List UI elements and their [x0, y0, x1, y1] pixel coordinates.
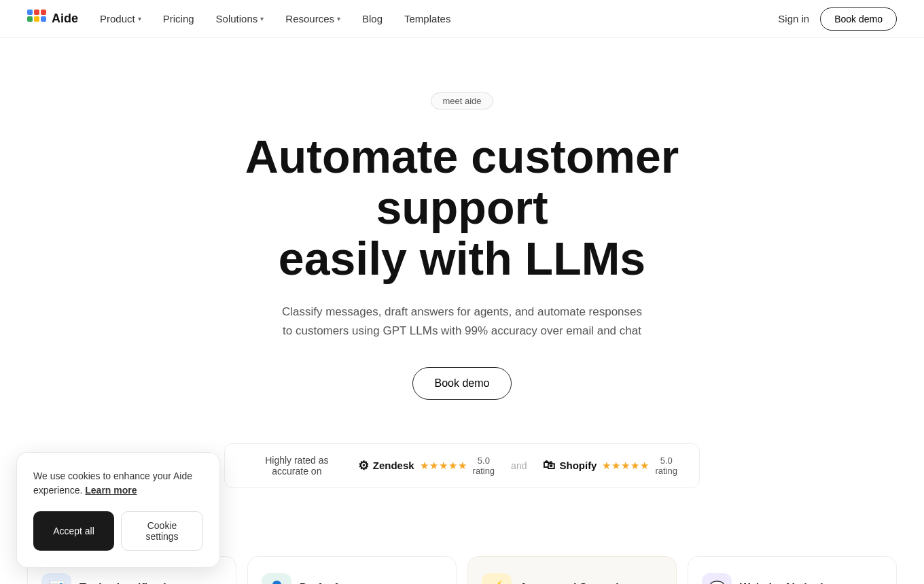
nav-item-pricing[interactable]: Pricing	[163, 13, 194, 24]
navbar: Aide Product ▾ Pricing Solutions ▾ Resou…	[0, 0, 924, 38]
accept-all-button[interactable]: Accept all	[33, 511, 114, 551]
shopify-rating-num: 5.0 rating	[655, 456, 677, 476]
feature-card-drafts[interactable]: 👤 Drafts for agents poses and suggest ma…	[247, 556, 457, 584]
chevron-down-icon: ▾	[260, 15, 264, 22]
automated-icon: ⚡	[482, 573, 512, 584]
zendesk-icon: ⚙	[358, 458, 369, 473]
svg-rect-1	[34, 10, 39, 15]
ratings-bar: Highly rated as accurate on ⚙ Zendesk ★★…	[224, 443, 700, 488]
nav-left: Aide Product ▾ Pricing Solutions ▾ Resou…	[27, 10, 450, 29]
chevron-down-icon: ▾	[138, 15, 141, 22]
learn-more-link[interactable]: Learn more	[85, 485, 137, 496]
sign-in-link[interactable]: Sign in	[778, 13, 809, 24]
feature-card-chatbot[interactable]: 💬 Website AI chatbot build chat bots to …	[688, 556, 897, 584]
svg-rect-4	[41, 10, 46, 15]
cookie-text: We use cookies to enhance your Aide expe…	[33, 469, 203, 498]
zendesk-rating-num: 5.0 rating	[473, 456, 495, 476]
zendesk-rating: ⚙ Zendesk ★★★★★ 5.0 rating	[358, 456, 495, 476]
zendesk-stars: ★★★★★	[420, 460, 467, 472]
book-demo-nav-button[interactable]: Book demo	[820, 7, 897, 31]
nav-right: Sign in Book demo	[778, 7, 897, 31]
feature-card-automated[interactable]: ⚡ Automated Scenarios streamline repetit…	[467, 556, 677, 584]
nav-item-solutions[interactable]: Solutions ▾	[216, 13, 264, 24]
nav-item-blog[interactable]: Blog	[362, 13, 383, 24]
shopify-rating: 🛍 Shopify ★★★★★ 5.0 rating	[543, 456, 677, 476]
drafts-icon: 👤	[262, 573, 291, 584]
ratings-and: and	[511, 460, 527, 471]
cookie-settings-button[interactable]: Cookie settings	[121, 511, 203, 551]
svg-rect-5	[41, 16, 46, 22]
svg-rect-3	[34, 16, 39, 22]
cookie-banner: We use cookies to enhance your Aide expe…	[16, 452, 220, 568]
chevron-down-icon: ▾	[337, 15, 340, 22]
nav-item-resources[interactable]: Resources ▾	[285, 13, 340, 24]
hero-subtitle: Classify messages, draft answers for age…	[258, 303, 666, 339]
nav-item-templates[interactable]: Templates	[404, 13, 450, 24]
book-demo-hero-button[interactable]: Book demo	[412, 367, 512, 400]
shopify-stars: ★★★★★	[602, 460, 650, 472]
svg-rect-0	[27, 10, 33, 15]
meet-badge: meet aide	[431, 92, 493, 109]
cookie-buttons: Accept all Cookie settings	[33, 511, 203, 551]
topic-classification-icon: 📊	[41, 573, 71, 584]
logo-icon	[27, 10, 46, 29]
shopify-logo: 🛍 Shopify	[543, 458, 597, 473]
nav-item-product[interactable]: Product ▾	[100, 13, 141, 24]
shopify-icon: 🛍	[543, 458, 555, 473]
hero-title: Automate customer support easily with LL…	[156, 131, 768, 284]
svg-rect-2	[27, 16, 33, 22]
chatbot-icon: 💬	[702, 573, 732, 584]
ratings-prefix: Highly rated as accurate on	[247, 455, 347, 477]
logo-text: Aide	[52, 12, 78, 26]
zendesk-logo: ⚙ Zendesk	[358, 458, 414, 473]
logo[interactable]: Aide	[27, 10, 78, 29]
